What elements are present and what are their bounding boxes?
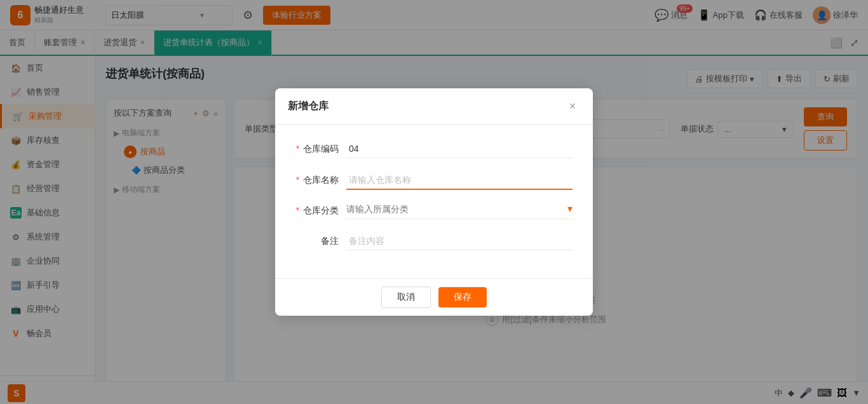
save-button[interactable]: 保存 [438,287,487,307]
note-input[interactable] [346,232,573,250]
warehouse-note-row: 备注 [295,232,573,250]
warehouse-code-row: * 仓库编码 [295,140,573,158]
warehouse-name-label: * 仓库名称 [295,175,346,186]
modal-body: * 仓库编码 * 仓库名称 * 仓库分类 [275,125,593,278]
warehouse-category-label: * 仓库分类 [295,205,346,217]
modal-close-button[interactable]: × [565,98,580,114]
warehouse-name-row: * 仓库名称 [295,171,573,190]
warehouse-category-row: * 仓库分类 ▾ [295,203,573,219]
modal-title: 新增仓库 [288,100,329,113]
modal-overlay[interactable]: 新增仓库 × * 仓库编码 * 仓库名称 [0,0,868,404]
note-label: 备注 [295,236,346,247]
category-input[interactable] [346,204,567,214]
category-dropdown-icon: ▾ [567,203,573,215]
new-warehouse-modal: 新增仓库 × * 仓库编码 * 仓库名称 [275,88,593,316]
warehouse-code-label: * 仓库编码 [295,144,346,155]
modal-header: 新增仓库 × [275,88,593,125]
cancel-button[interactable]: 取消 [381,286,431,308]
warehouse-name-input[interactable] [346,171,573,190]
warehouse-code-input[interactable] [346,140,573,158]
modal-footer: 取消 保存 [275,278,593,316]
warehouse-category-select[interactable]: ▾ [346,203,573,219]
